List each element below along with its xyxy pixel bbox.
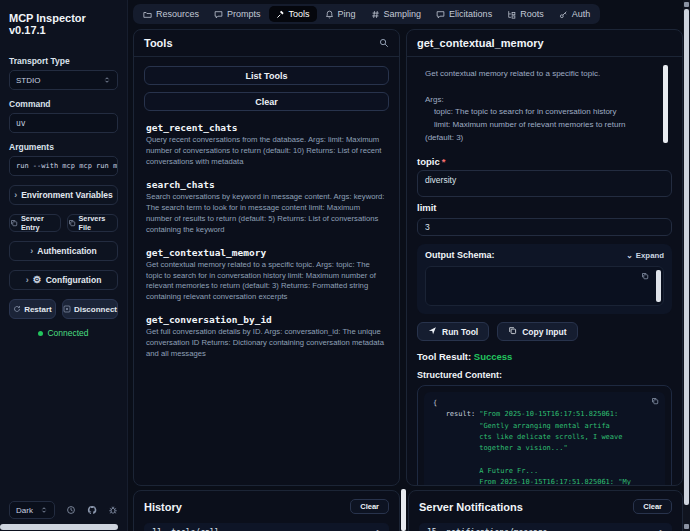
tool-list-item[interactable]: get_contextual_memoryGet contextual memo… <box>146 247 387 304</box>
required-marker: * <box>442 156 446 167</box>
message-icon <box>436 10 445 19</box>
description-scrollbar[interactable] <box>663 65 668 143</box>
disconnect-button[interactable]: Disconnect <box>62 299 118 319</box>
result-value: "From 2025-10-15T16:17:51.825061: "Gentl… <box>479 409 647 486</box>
list-tools-button[interactable]: List Tools <box>144 66 389 85</box>
history-item[interactable]: 11. tools/call ▶ <box>144 523 389 531</box>
restart-button[interactable]: Restart <box>9 299 56 319</box>
output-schema-section: Output Schema: ⌄ Expand { type: "object"… <box>417 244 672 314</box>
tab-elicitations[interactable]: Elicitations <box>429 6 499 22</box>
main-scrollbar-track[interactable] <box>683 0 690 531</box>
tab-ping[interactable]: Ping <box>318 6 363 22</box>
structured-content-box: { result: "From 2025-10-15T16:17:51.8250… <box>417 385 672 486</box>
copy-schema-icon[interactable] <box>641 272 649 280</box>
folder-icon <box>143 10 152 19</box>
copy-icon <box>508 326 517 337</box>
authentication-button[interactable]: › Authentication <box>9 241 118 261</box>
search-icon[interactable] <box>379 38 389 48</box>
tool-description: Query recent conversations from the data… <box>146 135 387 168</box>
history-panel: History Clear 11. tools/call ▶ <box>133 490 400 531</box>
clear-notifications-button[interactable]: Clear <box>633 499 672 514</box>
limit-input[interactable] <box>417 218 672 236</box>
environment-variables-button[interactable]: › Environment Variables <box>9 185 118 205</box>
scroll-up-arrow[interactable] <box>684 2 689 7</box>
chevron-up-down-icon <box>40 506 48 514</box>
github-icon[interactable] <box>87 505 97 515</box>
tool-list-item[interactable]: get_conversation_by_idGet full conversat… <box>146 314 387 360</box>
tools-panel-title: Tools <box>144 37 173 49</box>
tab-auth[interactable]: Auth <box>552 6 598 22</box>
tool-name: get_recent_chats <box>146 122 387 133</box>
history-clock-icon[interactable] <box>66 505 76 515</box>
connection-status: Connected <box>9 328 118 338</box>
sidebar: MCP Inspector v0.17.1 Transport Type STD… <box>0 0 128 531</box>
structured-content-label: Structured Content: <box>417 370 672 380</box>
x-square-icon <box>63 305 71 313</box>
server-notifications-title: Server Notifications <box>419 501 523 513</box>
tool-name: get_contextual_memory <box>146 247 387 258</box>
tab-roots[interactable]: Roots <box>500 6 551 22</box>
theme-select[interactable]: Dark <box>9 501 55 519</box>
run-tool-button[interactable]: Run Tool <box>417 322 489 341</box>
tab-sampling[interactable]: Sampling <box>364 6 429 22</box>
tool-list-item[interactable]: search_chatsSearch conversations by keyw… <box>146 179 387 236</box>
tool-description: Get full conversation details by ID. Arg… <box>146 327 387 360</box>
structured-content-code: { result: "From 2025-10-15T16:17:51.8250… <box>424 392 665 486</box>
key-icon <box>559 10 568 19</box>
tab-prompts[interactable]: Prompts <box>207 6 268 22</box>
copy-input-button[interactable]: Copy Input <box>497 322 577 341</box>
tab-label: Auth <box>572 9 591 19</box>
tab-label: Prompts <box>227 9 261 19</box>
arguments-input[interactable]: run --with mcp mcp run mcp_server. <box>9 156 118 176</box>
horizontal-scrollbar-thumb[interactable] <box>0 524 118 530</box>
column-scrollbar-thumb[interactable] <box>401 489 406 531</box>
schema-scrollbar[interactable] <box>656 270 661 302</box>
server-entry-button[interactable]: Server Entry <box>9 214 61 232</box>
tab-label: Sampling <box>384 9 422 19</box>
topic-input[interactable] <box>417 170 672 197</box>
history-title: History <box>144 501 182 513</box>
copy-icon <box>68 219 76 227</box>
chevron-right-icon: › <box>30 247 33 256</box>
command-label: Command <box>9 99 118 109</box>
limit-field-label: limit <box>417 202 672 213</box>
main-tab-bar: ResourcesPromptsToolsPingSamplingElicita… <box>133 4 600 24</box>
send-icon <box>428 326 437 337</box>
tool-result-line: Tool Result: Success <box>417 351 672 362</box>
tool-result-status: Success <box>474 351 513 362</box>
topic-field-label: topic* <box>417 156 672 167</box>
transport-type-select[interactable]: STDIO <box>9 70 118 90</box>
tool-description: Search conversations by keyword in messa… <box>146 192 387 236</box>
message-icon <box>214 10 223 19</box>
app-title: MCP Inspector v0.17.1 <box>9 12 118 36</box>
configuration-button[interactable]: › ⚙ Configuration <box>9 270 118 290</box>
copy-result-icon[interactable] <box>651 397 659 405</box>
connected-dot-icon <box>38 331 43 336</box>
main-scrollbar-thumb[interactable] <box>684 9 689 505</box>
bug-icon[interactable] <box>108 505 118 515</box>
tab-label: Ping <box>338 9 356 19</box>
tool-description: Get contextual memory related to a speci… <box>146 260 387 304</box>
servers-file-button[interactable]: Servers File <box>67 214 119 232</box>
tool-name: search_chats <box>146 179 387 190</box>
clear-history-button[interactable]: Clear <box>350 499 389 514</box>
scroll-down-arrow[interactable] <box>684 524 689 529</box>
clear-tools-button[interactable]: Clear <box>144 92 389 111</box>
chevron-right-icon: › <box>14 191 17 200</box>
arguments-label: Arguments <box>9 142 118 152</box>
copy-icon <box>10 219 18 227</box>
notification-item[interactable]: 15. notifications/message ▶ <box>419 523 672 531</box>
tab-resources[interactable]: Resources <box>136 6 206 22</box>
tool-list-item[interactable]: get_recent_chatsQuery recent conversatio… <box>146 122 387 168</box>
refresh-icon <box>13 305 21 313</box>
expand-schema-toggle[interactable]: ⌄ Expand <box>626 251 664 260</box>
command-input[interactable]: uv <box>9 113 118 133</box>
result-key: result: <box>433 409 475 486</box>
tool-list: get_recent_chatsQuery recent conversatio… <box>144 122 389 360</box>
tab-tools[interactable]: Tools <box>269 6 317 22</box>
tab-label: Roots <box>520 9 544 19</box>
server-notifications-panel: Server Notifications Clear 15. notificat… <box>408 490 683 531</box>
tab-label: Resources <box>156 9 199 19</box>
output-schema-label: Output Schema: <box>425 250 495 260</box>
tool-detail-panel: get_contextual_memory Get contextual mem… <box>406 29 683 486</box>
